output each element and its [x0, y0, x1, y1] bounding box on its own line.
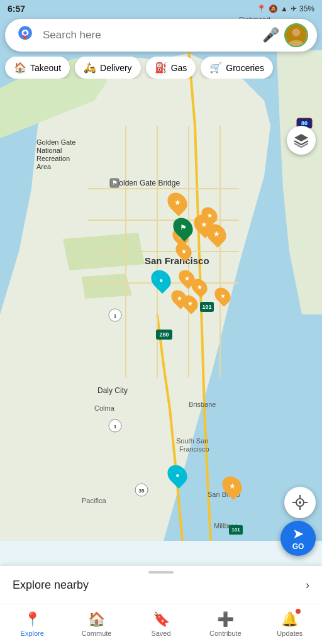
map-marker[interactable]: ★ — [177, 242, 191, 260]
svg-text:101: 101 — [202, 304, 211, 310]
pill-gas[interactable]: ⛽ Gas — [146, 57, 196, 79]
layers-icon — [293, 132, 309, 148]
navigation-arrow-icon: ➤ — [292, 526, 304, 542]
wifi-icon: ▲ — [280, 4, 288, 13]
pill-takeout[interactable]: 🏠 Takeout — [5, 57, 70, 79]
svg-text:Daly City: Daly City — [97, 386, 128, 395]
svg-text:280: 280 — [159, 331, 169, 338]
svg-point-49 — [299, 501, 301, 504]
svg-text:35: 35 — [139, 488, 145, 494]
explore-nearby-label: Explore nearby — [13, 579, 89, 592]
svg-text:⚑: ⚑ — [112, 179, 118, 186]
nav-saved-label: Saved — [151, 630, 170, 637]
pill-gas-label: Gas — [171, 63, 187, 73]
map-marker[interactable]: ★ — [203, 206, 216, 224]
mute-icon: 🔕 — [269, 4, 278, 13]
gas-icon: ⛽ — [155, 62, 167, 74]
status-bar: 6:57 📍 🔕 ▲ ✈ 35% — [0, 0, 322, 18]
user-avatar[interactable] — [284, 23, 308, 47]
nav-commute[interactable]: 🏠 Commute — [64, 608, 128, 641]
explore-arrow-icon: › — [306, 579, 309, 592]
map-marker-teal-2[interactable]: ● — [169, 464, 186, 486]
svg-text:National: National — [36, 147, 62, 154]
pill-takeout-label: Takeout — [30, 63, 61, 73]
microphone-icon[interactable]: 🎤 — [262, 27, 279, 43]
commute-nav-icon: 🏠 — [88, 611, 105, 628]
delivery-icon: 🛵 — [84, 62, 96, 74]
category-pills: 🏠 Takeout 🛵 Delivery ⛽ Gas 🛒 Groceries — [0, 57, 322, 79]
location-status-icon: 📍 — [257, 4, 266, 13]
saved-nav-icon: 🔖 — [153, 611, 170, 628]
map-marker-bottom[interactable]: ★ — [223, 475, 241, 497]
map-marker[interactable]: ★ — [183, 294, 197, 312]
bottom-navigation: 📍 Explore 🏠 Commute 🔖 Saved ➕ Contribute… — [0, 604, 322, 644]
search-input[interactable] — [36, 29, 262, 42]
nav-explore[interactable]: 📍 Explore — [0, 608, 64, 641]
status-icons: 📍 🔕 ▲ ✈ 35% — [257, 4, 314, 13]
map-marker[interactable]: ★ — [208, 223, 225, 245]
nav-updates-label: Updates — [277, 630, 303, 637]
map-marker[interactable]: ★ — [216, 287, 230, 304]
pill-groceries-label: Groceries — [226, 63, 264, 73]
svg-point-47 — [292, 28, 301, 36]
airplane-icon: ✈ — [291, 4, 297, 13]
takeout-icon: 🏠 — [14, 62, 26, 74]
nav-updates[interactable]: 🔔 Updates — [258, 608, 322, 641]
svg-text:Pacifica: Pacifica — [82, 497, 106, 504]
svg-text:1: 1 — [114, 313, 117, 319]
status-time: 6:57 — [8, 4, 25, 14]
nav-commute-label: Commute — [82, 630, 112, 637]
map-marker[interactable]: ★ — [169, 192, 186, 213]
svg-text:101: 101 — [231, 527, 240, 533]
drag-handle — [148, 571, 174, 574]
explore-nav-icon: 📍 — [24, 611, 41, 628]
nav-contribute-label: Contribute — [209, 630, 242, 637]
map-marker[interactable]: ★ — [192, 278, 206, 296]
svg-text:Area: Area — [36, 163, 52, 170]
updates-nav-icon: 🔔 — [281, 611, 298, 628]
nav-explore-label: Explore — [21, 630, 44, 637]
svg-text:South San: South San — [176, 437, 208, 445]
google-maps-logo — [14, 24, 36, 47]
map-view[interactable]: 101 280 80 San Francisco Golden Gate Nat… — [0, 0, 322, 541]
svg-text:1: 1 — [114, 424, 117, 430]
groceries-icon: 🛒 — [209, 62, 222, 74]
my-location-button[interactable] — [284, 487, 316, 518]
explore-nearby-strip[interactable]: Explore nearby › — [0, 566, 322, 604]
svg-text:Golden Gate Bridge: Golden Gate Bridge — [113, 179, 180, 187]
svg-text:Francisco: Francisco — [179, 445, 209, 453]
search-bar: 🎤 — [5, 19, 317, 52]
layer-toggle-button[interactable] — [287, 126, 316, 155]
go-button-label: GO — [292, 542, 304, 551]
go-navigation-button[interactable]: ➤ GO — [280, 521, 316, 556]
svg-text:Golden Gate: Golden Gate — [36, 138, 75, 146]
map-marker-flag[interactable]: ⚑ — [174, 217, 192, 238]
contribute-nav-icon: ➕ — [217, 611, 234, 628]
nav-contribute[interactable]: ➕ Contribute — [193, 608, 257, 641]
svg-text:Colma: Colma — [94, 404, 115, 412]
map-marker-teal[interactable]: ● — [152, 269, 170, 291]
location-crosshair-icon — [292, 494, 308, 511]
battery-label: 35% — [299, 4, 314, 13]
svg-text:Brisbane: Brisbane — [189, 401, 216, 408]
pill-groceries[interactable]: 🛒 Groceries — [201, 57, 273, 79]
pill-delivery-label: Delivery — [100, 63, 132, 73]
nav-saved[interactable]: 🔖 Saved — [129, 608, 193, 641]
svg-point-45 — [23, 31, 26, 35]
svg-text:Recreation: Recreation — [36, 155, 70, 162]
pill-delivery[interactable]: 🛵 Delivery — [75, 57, 141, 79]
